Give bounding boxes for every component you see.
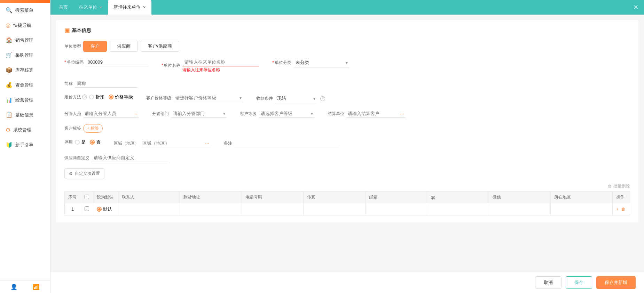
row-address[interactable] bbox=[180, 203, 242, 215]
department-input[interactable] bbox=[171, 109, 227, 118]
sidebar-top-bar bbox=[0, 0, 50, 3]
manager-input[interactable] bbox=[83, 109, 132, 117]
customer-level-input[interactable] bbox=[259, 109, 314, 118]
unit-type-group: 客户 供应商 客户/供应商 bbox=[83, 41, 179, 52]
col-checkbox[interactable] bbox=[81, 192, 93, 203]
row-wechat[interactable] bbox=[489, 203, 551, 215]
row-address-input[interactable] bbox=[183, 207, 238, 212]
select-all-checkbox[interactable] bbox=[85, 195, 89, 199]
row-phone[interactable] bbox=[242, 203, 304, 215]
contacts-table: 序号 设为默认 联系人 到货地址 电话号码 传真 邮箱 qq 微信 所在地区 操… bbox=[64, 191, 630, 215]
disabled-yes-option[interactable]: 是 bbox=[75, 139, 86, 145]
unit-btn-both[interactable]: 客户/供应商 bbox=[141, 41, 179, 52]
disabled-no-radio[interactable] bbox=[90, 140, 95, 145]
region-more-btn[interactable]: ··· bbox=[204, 140, 211, 146]
row-fax-input[interactable] bbox=[307, 207, 362, 212]
region-input[interactable] bbox=[141, 139, 204, 147]
settlement-more-btn[interactable]: ··· bbox=[399, 111, 406, 116]
row-email[interactable] bbox=[365, 203, 427, 215]
row-wechat-input[interactable] bbox=[493, 207, 547, 212]
short-name-row: 简称 bbox=[64, 79, 630, 88]
sidebar-item-operations[interactable]: 📊 经营管理 bbox=[0, 92, 50, 107]
tab-new-partner-close[interactable]: ✕ bbox=[143, 5, 146, 10]
pricing-level-option[interactable]: 价格等级 bbox=[109, 94, 133, 100]
batch-delete-button[interactable]: 🗑 批量删除 bbox=[608, 183, 630, 189]
customer-price-level-input[interactable] bbox=[173, 94, 243, 102]
pricing-discount-radio[interactable] bbox=[89, 95, 94, 99]
add-tag-button[interactable]: + 标签 bbox=[83, 124, 103, 133]
row-region[interactable] bbox=[551, 203, 613, 215]
sidebar-item-finance[interactable]: 💰 资金管理 bbox=[0, 78, 50, 92]
close-all-tabs[interactable]: ✕ bbox=[630, 3, 641, 11]
sidebar-item-purchase[interactable]: 🛒 采购管理 bbox=[0, 48, 50, 63]
tab-partners[interactable]: 往来单位 ✕ bbox=[73, 0, 108, 15]
tab-new-partner[interactable]: 新增往来单位 ✕ bbox=[108, 0, 151, 15]
sidebar-item-quick-nav[interactable]: ◎ 快捷导航 bbox=[0, 18, 50, 33]
sidebar-item-label: 快捷导航 bbox=[13, 22, 31, 29]
row-contact-input[interactable] bbox=[122, 207, 176, 212]
row-qq[interactable] bbox=[427, 203, 489, 215]
custom-settings-button[interactable]: ⚙ 自定义项设置 bbox=[64, 168, 104, 179]
sidebar-item-system[interactable]: ⚙ 系统管理 bbox=[0, 122, 50, 137]
basic-info-card: ▣ 基本信息 单位类型 客户 供应商 客户/供应商 *单位编码 bbox=[56, 20, 638, 222]
row-phone-input[interactable] bbox=[245, 207, 300, 212]
sidebar-item-label: 基础信息 bbox=[15, 112, 33, 118]
row-default-radio[interactable] bbox=[97, 207, 102, 212]
table-toolbar: 🗑 批量删除 bbox=[64, 183, 630, 189]
row-qq-input[interactable] bbox=[431, 207, 485, 212]
col-qq: qq bbox=[427, 192, 489, 203]
sidebar-item-label: 搜索菜单 bbox=[15, 7, 33, 14]
tab-partners-label: 往来单位 bbox=[79, 4, 97, 10]
tab-partners-close[interactable]: ✕ bbox=[99, 5, 102, 10]
row-region-input[interactable] bbox=[554, 207, 609, 212]
tab-home[interactable]: 首页 bbox=[53, 0, 73, 15]
row-select-checkbox[interactable] bbox=[85, 206, 89, 211]
sidebar-item-basic-info[interactable]: 📋 基础信息 bbox=[0, 107, 50, 122]
remarks-input[interactable] bbox=[234, 139, 339, 147]
sidebar-item-search[interactable]: 🔍 搜索菜单 bbox=[0, 3, 50, 18]
sidebar-item-guide[interactable]: 🔰 新手引导 bbox=[0, 137, 50, 152]
unit-name-label: *单位名称 bbox=[162, 63, 181, 68]
short-name-input[interactable] bbox=[75, 79, 138, 88]
manager-more-btn[interactable]: ··· bbox=[132, 111, 139, 116]
save-new-button[interactable]: 保存并新增 bbox=[596, 276, 636, 289]
pricing-discount-option[interactable]: 折扣 bbox=[89, 94, 104, 100]
sidebar-item-inventory[interactable]: 📦 库存核算 bbox=[0, 63, 50, 78]
row-default-radio-label[interactable]: 默认 bbox=[97, 206, 115, 212]
customer-price-level-wrapper[interactable]: ▾ bbox=[173, 94, 243, 102]
stats-icon[interactable]: 📶 bbox=[33, 284, 40, 290]
pricing-level-radio[interactable] bbox=[109, 95, 113, 99]
batch-delete-icon: 🗑 bbox=[608, 184, 612, 189]
tab-new-partner-label: 新增往来单位 bbox=[113, 4, 141, 10]
disabled-no-option[interactable]: 否 bbox=[90, 139, 101, 145]
unit-name-input[interactable] bbox=[182, 58, 259, 66]
pricing-help-icon[interactable]: ? bbox=[82, 95, 87, 99]
unit-name-field: *单位名称 请输入往来单位名称 bbox=[162, 58, 259, 73]
unit-btn-customer[interactable]: 客户 bbox=[83, 41, 107, 52]
unit-code-input[interactable] bbox=[86, 58, 148, 66]
unit-btn-supplier[interactable]: 供应商 bbox=[110, 41, 138, 52]
sidebar-item-label: 新手引导 bbox=[15, 142, 33, 148]
manager-row: 分管人员 ··· 分管部门 ▾ 客户等级 bbox=[64, 109, 630, 118]
main-content: 首页 往来单位 ✕ 新增往来单位 ✕ ✕ ▣ 基本信息 单位类型 客户 bbox=[50, 0, 644, 293]
payment-terms-value[interactable]: 现结 bbox=[275, 94, 317, 103]
manager-label: 分管人员 bbox=[64, 111, 81, 117]
sidebar-item-sales[interactable]: 🏠 销售管理 bbox=[0, 33, 50, 48]
cancel-button[interactable]: 取消 bbox=[535, 276, 561, 289]
row-add-icon[interactable]: + bbox=[616, 207, 619, 212]
row-fax[interactable] bbox=[304, 203, 366, 215]
col-action: 操作 bbox=[613, 192, 630, 203]
row-checkbox[interactable] bbox=[81, 203, 93, 215]
settlement-input[interactable] bbox=[346, 109, 399, 117]
unit-category-value[interactable]: 未分类 bbox=[293, 58, 349, 67]
sales-icon: 🏠 bbox=[6, 37, 13, 43]
row-delete-icon[interactable]: 🗑 bbox=[621, 207, 626, 212]
disabled-yes-radio[interactable] bbox=[75, 140, 80, 145]
save-button[interactable]: 保存 bbox=[566, 276, 592, 289]
user-icon[interactable]: 👤 bbox=[10, 284, 17, 290]
payment-help-icon[interactable]: ? bbox=[320, 96, 325, 101]
payment-terms-field: 收款条件 现结 ▾ ? bbox=[256, 94, 325, 103]
supplier-custom-input[interactable] bbox=[92, 154, 168, 162]
row-email-input[interactable] bbox=[369, 207, 424, 212]
row-contact[interactable] bbox=[118, 203, 180, 215]
